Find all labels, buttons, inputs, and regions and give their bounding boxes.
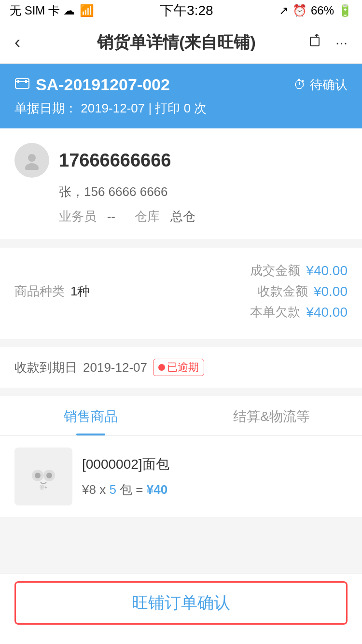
product-name: [0000002]面包 xyxy=(82,455,348,474)
tab-sales-label: 销售商品 xyxy=(64,409,118,424)
order-icon xyxy=(14,75,30,94)
warehouse-value: 总仓 xyxy=(170,209,195,224)
tabs-bar: 销售商品 结算&物流等 xyxy=(0,396,362,436)
status-bar: 无 SIM 卡 ☁ 📶 下午3:28 ↗ ⏰ 66% 🔋 xyxy=(0,0,362,21)
owed-value: ¥40.00 xyxy=(306,305,348,320)
amount-row: 成交金额 ¥40.00 xyxy=(250,262,348,279)
warehouse-label: 仓库 xyxy=(135,209,160,224)
back-button[interactable]: ‹ xyxy=(14,32,43,53)
sim-label: 无 SIM 卡 ☁ xyxy=(10,3,75,18)
product-type-label: 商品种类 xyxy=(14,283,65,300)
due-date-label: 收款到期日 xyxy=(14,359,77,376)
tab-settlement-label: 结算&物流等 xyxy=(233,409,310,424)
share-button[interactable] xyxy=(309,33,324,51)
order-id: SA-20191207-002 xyxy=(14,75,170,94)
table-row: 管+ [0000002]面包 ¥8 x 5 包 = ¥40 xyxy=(0,436,362,517)
due-date-card: 收款到期日 2019-12-07 已逾期 xyxy=(0,347,362,388)
tab-sales-products[interactable]: 销售商品 xyxy=(0,396,181,435)
bottom-bar: 旺铺订单确认 xyxy=(0,573,362,644)
product-info: [0000002]面包 ¥8 x 5 包 = ¥40 xyxy=(82,455,348,498)
order-date-row: 单据日期： 2019-12-07 | 打印 0 次 xyxy=(14,100,348,117)
product-unit-price: ¥8 xyxy=(82,482,96,497)
order-id-text: SA-20191207-002 xyxy=(36,75,170,94)
summary-card: 商品种类 1种 成交金额 ¥40.00 收款金额 ¥0.00 本单欠款 ¥40.… xyxy=(0,248,362,339)
overdue-dot-icon xyxy=(158,364,165,371)
svg-rect-3 xyxy=(25,80,27,83)
product-multiply: x xyxy=(99,482,109,497)
product-type-value: 1种 xyxy=(70,283,90,300)
svg-point-5 xyxy=(25,163,39,170)
received-label: 收款金额 xyxy=(258,283,308,300)
page-title: 销货单详情(来自旺铺) xyxy=(97,31,256,54)
product-price-row: ¥8 x 5 包 = ¥40 xyxy=(82,481,348,498)
due-date-value: 2019-12-07 xyxy=(83,360,147,375)
status-clock-icon: ⏱ xyxy=(293,77,306,92)
divider-1 xyxy=(0,239,362,240)
svg-point-4 xyxy=(28,154,36,162)
order-header: SA-20191207-002 ⏱ 待确认 单据日期： 2019-12-07 |… xyxy=(0,64,362,128)
svg-text:管+: 管+ xyxy=(40,485,47,490)
svg-point-8 xyxy=(35,473,41,478)
product-list: 管+ [0000002]面包 ¥8 x 5 包 = ¥40 xyxy=(0,436,362,517)
customer-top: 17666666666 xyxy=(14,143,348,178)
wifi-icon: 📶 xyxy=(80,4,94,17)
product-unit: 包 xyxy=(120,482,132,497)
customer-name: 张，156 6666 6666 xyxy=(59,183,348,200)
svg-rect-1 xyxy=(15,79,29,88)
status-bar-left: 无 SIM 卡 ☁ 📶 xyxy=(10,3,94,18)
more-button[interactable]: ··· xyxy=(335,34,348,51)
summary-right: 成交金额 ¥40.00 收款金额 ¥0.00 本单欠款 ¥40.00 xyxy=(250,262,348,321)
tab-settlement[interactable]: 结算&物流等 xyxy=(181,396,362,435)
location-icon: ↗ xyxy=(279,4,289,17)
divider-2 xyxy=(0,339,362,339)
order-status: ⏱ 待确认 xyxy=(293,76,348,93)
battery-label: 66% xyxy=(311,4,334,17)
overdue-badge: 已逾期 xyxy=(153,359,204,376)
summary-row: 商品种类 1种 成交金额 ¥40.00 收款金额 ¥0.00 本单欠款 ¥40.… xyxy=(14,262,348,321)
sales-label: 业务员 xyxy=(59,209,97,224)
confirm-order-button[interactable]: 旺铺订单确认 xyxy=(14,581,348,625)
battery-icon: 🔋 xyxy=(338,4,352,17)
divider-3 xyxy=(0,388,362,388)
status-bar-right: ↗ ⏰ 66% 🔋 xyxy=(279,4,352,17)
amount-value: ¥40.00 xyxy=(306,263,348,279)
amount-label: 成交金额 xyxy=(250,262,300,279)
customer-avatar xyxy=(14,143,49,178)
received-row: 收款金额 ¥0.00 xyxy=(258,283,348,300)
svg-rect-0 xyxy=(310,37,319,46)
nav-actions: ··· xyxy=(309,33,348,51)
product-total: ¥40 xyxy=(147,482,167,497)
sales-value: -- xyxy=(107,209,115,224)
alarm-icon: ⏰ xyxy=(292,4,307,17)
owed-label: 本单欠款 xyxy=(250,304,300,321)
svg-point-9 xyxy=(46,473,52,478)
product-thumbnail: 管+ xyxy=(14,448,72,505)
nav-bar: ‹ 销货单详情(来自旺铺) ··· xyxy=(0,21,362,64)
summary-left: 商品种类 1种 xyxy=(14,283,90,300)
customer-info-row: 业务员 -- 仓库 总仓 xyxy=(59,208,348,225)
product-qty: 5 xyxy=(109,482,116,497)
svg-rect-2 xyxy=(17,80,19,83)
received-value: ¥0.00 xyxy=(314,284,348,299)
status-text: 待确认 xyxy=(310,76,348,93)
owed-row: 本单欠款 ¥40.00 xyxy=(250,304,348,321)
customer-phone: 17666666666 xyxy=(59,150,171,171)
product-equals: = xyxy=(136,482,146,497)
status-bar-time: 下午3:28 xyxy=(160,1,213,20)
customer-card: 17666666666 张，156 6666 6666 业务员 -- 仓库 总仓 xyxy=(0,128,362,239)
overdue-text: 已逾期 xyxy=(167,360,199,375)
